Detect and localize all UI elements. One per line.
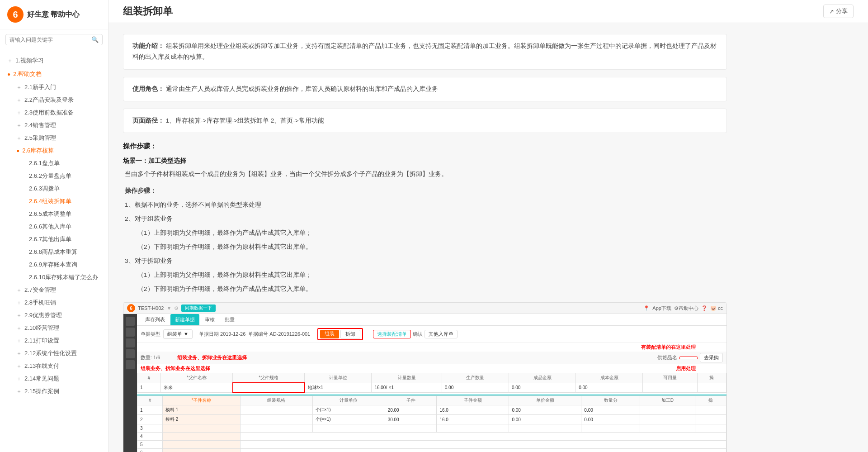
sidebar-item-label: 2.6.6其他入库单	[29, 223, 71, 231]
mock-type-btn-disassemble[interactable]: 拆卸	[340, 330, 360, 338]
sidebar-item-2-12[interactable]: ＋ 2.12系统个性化设置	[13, 347, 108, 360]
feature-intro-text: 组装拆卸单用来处理企业组装或拆卸等加工业务，支持有固定装配清单的产品加工业务，也…	[132, 43, 717, 60]
sidebar-item-2-8[interactable]: ＋ 2.8手机旺铺	[13, 296, 108, 309]
sidebar-item-label: 2.14常见问题	[24, 375, 59, 383]
sidebar-item-label: 2.6.3调拨单	[29, 185, 60, 193]
search-area: 🔍	[0, 29, 108, 50]
share-icon: ↗	[829, 8, 834, 15]
sidebar-item-label: 2.6.9库存账本查询	[29, 261, 77, 269]
mock-type-btn-assemble[interactable]: 组装	[320, 330, 339, 338]
sidebar-item-2-6-1[interactable]: 2.6.1盘点单	[25, 157, 108, 170]
sidebar: 6 好生意 帮助中心 🔍 ＋ 1.视频学习 ● 2.帮助文档 ＋ 2.1新手入门…	[0, 0, 108, 452]
sidebar-item-2-5[interactable]: ＋ 2.5采购管理	[13, 132, 108, 144]
share-button[interactable]: ↗ 分享	[823, 5, 854, 18]
step2: 2、对于组装业务	[125, 213, 727, 225]
sidebar-item-2-11[interactable]: ＋ 2.11打印设置	[13, 334, 108, 347]
expand-icon: ＋	[16, 286, 22, 294]
share-label: 分享	[836, 7, 848, 15]
scene1-heading: 场景一：加工类型选择	[123, 157, 727, 165]
sidebar-item-label: 2.6.8商品成本重算	[29, 248, 77, 256]
sidebar-item-2-7[interactable]: ＋ 2.7资金管理	[13, 284, 108, 296]
screenshot-container: 6 TEST-H002 ▼ ⚙ 同期数据一下 📍App下载⚙帮助中心❓🐷 cc	[123, 302, 727, 452]
topbar: 组装拆卸单 ↗ 分享	[108, 0, 868, 23]
expand-icon: ＋	[7, 57, 13, 65]
expand-icon: ＋	[16, 109, 22, 117]
sidebar-item-label: 2.6库存核算	[22, 147, 54, 155]
sidebar-item-label: 2.8手机旺铺	[24, 299, 56, 307]
expand-icon: ＋	[16, 324, 22, 332]
scene1-desc: 当由多个子件材料组装成一个成品的业务为【组装】业务，当由一个父件拆分成多个子产品…	[123, 168, 727, 180]
mock-action-btn[interactable]: 去采购	[700, 353, 723, 362]
sidebar-item-label: 2.2产品安装及登录	[24, 96, 74, 104]
expand-icon: ＋	[16, 96, 22, 104]
role-label: 使用角色：	[132, 86, 164, 92]
mock-new-tab[interactable]: 新建单据	[170, 314, 199, 325]
sidebar-item-label: 2.6.7其他出库单	[29, 235, 71, 243]
search-box[interactable]: 🔍	[5, 34, 103, 45]
sidebar-sub-2-6: 2.6.1盘点单 2.6.2分量盘点单 2.6.3调拨单 2.6.4组装拆卸单 …	[13, 157, 108, 284]
mock-supplier-input[interactable]	[679, 357, 698, 359]
steps-intro: 操作步骤：	[125, 185, 727, 197]
sidebar-item-2-6-9[interactable]: 2.6.9库存账本查询	[25, 258, 108, 271]
sidebar-item-2-6-7[interactable]: 2.6.7其他出库单	[25, 233, 108, 246]
sidebar-item-2-6-10[interactable]: 2.6.10库存账本错了怎么办	[25, 271, 108, 284]
sidebar-item-label: 2.13在线支付	[24, 362, 59, 370]
sidebar-item-label: 2.帮助文档	[13, 70, 42, 78]
sidebar-item-label: 2.6.4组装拆卸单	[29, 197, 71, 205]
mock-confirm-btn[interactable]: 选择装配清单	[373, 330, 411, 338]
collapse-icon: ●	[16, 147, 19, 154]
sidebar-item-2-2[interactable]: ＋ 2.2产品安装及登录	[13, 94, 108, 106]
search-icon[interactable]: 🔍	[91, 36, 99, 43]
sidebar-item-2-9[interactable]: ＋ 2.9优惠券管理	[13, 309, 108, 322]
expand-icon: ＋	[16, 84, 22, 91]
annotation-2-label: 组装业务、拆卸业务在这里选择	[141, 365, 210, 372]
content-area: 功能介绍： 组装拆卸单用来处理企业组装或拆卸等加工业务，支持有固定装配清单的产品…	[108, 23, 741, 452]
sidebar-item-2-6[interactable]: ● 2.6库存核算	[13, 144, 108, 157]
feature-intro-label: 功能介绍：	[132, 43, 164, 49]
sidebar-item-2-4[interactable]: ＋ 2.4销售管理	[13, 119, 108, 132]
sidebar-item-2-15[interactable]: ＋ 2.15操作案例	[13, 385, 108, 398]
sidebar-item-2-6-6[interactable]: 2.6.6其他入库单	[25, 220, 108, 233]
steps-detail: 操作步骤： 1、根据不同的业务，选择不同单据的类型来处理 2、对于组装业务 （1…	[123, 185, 727, 295]
annotation-1: 有装配清单的在这里处理	[641, 344, 696, 351]
sidebar-item-video[interactable]: ＋ 1.视频学习	[0, 54, 108, 67]
nav-tree: ＋ 1.视频学习 ● 2.帮助文档 ＋ 2.1新手入门 ＋ 2.2产品安装及登录…	[0, 50, 108, 452]
sidebar-item-label: 2.15操作案例	[24, 387, 59, 395]
sidebar-item-2-6-3[interactable]: 2.6.3调拨单	[25, 182, 108, 195]
expand-icon: ＋	[16, 350, 22, 357]
role-text: 通常由生产人员或库管人员完成拆装业务的操作，库管人员确认原材料的出库和产成品的入…	[166, 86, 438, 92]
sidebar-item-2-6-8[interactable]: 2.6.8商品成本重算	[25, 246, 108, 258]
expand-icon: ＋	[16, 362, 22, 370]
search-input[interactable]	[9, 37, 91, 43]
mock-type-dropdown[interactable]: 组装单 ▼	[163, 329, 193, 339]
sidebar-sub-docs: ＋ 2.1新手入门 ＋ 2.2产品安装及登录 ＋ 2.3使用前数据准备 ＋ 2.…	[0, 81, 108, 398]
sidebar-item-label: 1.视频学习	[15, 57, 44, 65]
sidebar-item-label: 2.7资金管理	[24, 286, 56, 294]
sidebar-item-2-10[interactable]: ＋ 2.10经营管理	[13, 322, 108, 334]
sidebar-item-2-14[interactable]: ＋ 2.14常见问题	[13, 372, 108, 385]
annotation-3-label: 启用处理	[676, 365, 696, 372]
step3-sub1: （1）上部明细为父件明细，最终作为原材料生成其它出库单；	[125, 269, 727, 281]
steps-heading: 操作步骤：	[123, 142, 727, 151]
sidebar-item-label: 2.11打印设置	[24, 337, 59, 345]
sidebar-item-label: 2.12系统个性化设置	[24, 349, 77, 357]
main-content: 组装拆卸单 ↗ 分享 功能介绍： 组装拆卸单用来处理企业组装或拆卸等加工业务，支…	[108, 0, 868, 452]
sidebar-item-2-6-5[interactable]: 2.6.5成本调整单	[25, 208, 108, 220]
sidebar-item-docs[interactable]: ● 2.帮助文档	[0, 67, 108, 81]
sidebar-item-2-13[interactable]: ＋ 2.13在线支付	[13, 360, 108, 372]
logo-title: 好生意 帮助中心	[27, 10, 80, 19]
path-text: 1、库存核算->库存管理->组装拆卸单 2、首页->常用功能	[166, 117, 324, 124]
collapse-icon: ●	[7, 71, 10, 77]
sidebar-item-2-3[interactable]: ＋ 2.3使用前数据准备	[13, 106, 108, 119]
expand-icon: ＋	[16, 122, 22, 129]
step1: 1、根据不同的业务，选择不同单据的类型来处理	[125, 199, 727, 211]
sidebar-item-2-6-2[interactable]: 2.6.2分量盘点单	[25, 170, 108, 182]
sidebar-item-2-1[interactable]: ＋ 2.1新手入门	[13, 81, 108, 94]
path-label: 页面路径：	[132, 117, 164, 124]
sidebar-item-2-6-4[interactable]: 2.6.4组装拆卸单	[25, 195, 108, 208]
logo-icon: 6	[7, 6, 24, 23]
sidebar-item-label: 2.6.10库存账本错了怎么办	[29, 273, 98, 281]
sidebar-item-label: 2.9优惠券管理	[24, 311, 62, 319]
step3: 3、对于拆卸业务	[125, 255, 727, 267]
mock-save-btn[interactable]: 其他入库单	[425, 330, 458, 338]
